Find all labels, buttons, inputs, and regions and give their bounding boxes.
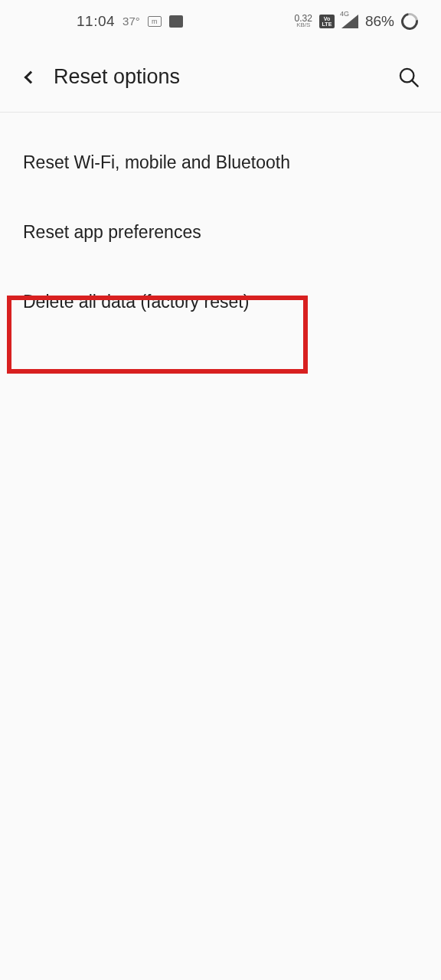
m-icon: m: [148, 16, 162, 27]
back-button[interactable]: [21, 68, 40, 87]
option-factory-reset[interactable]: Delete all data (factory reset): [0, 267, 441, 337]
search-icon: [398, 67, 420, 88]
signal-icon: 4G: [341, 15, 358, 28]
svg-line-1: [412, 80, 418, 87]
option-reset-wifi[interactable]: Reset Wi-Fi, mobile and Bluetooth: [0, 128, 441, 198]
kbs-label: KB/S: [296, 22, 310, 28]
option-label: Delete all data (factory reset): [23, 292, 249, 312]
volte-icon: Vo LTE: [319, 15, 335, 28]
option-label: Reset Wi-Fi, mobile and Bluetooth: [23, 152, 290, 172]
app-header: Reset options: [0, 42, 441, 113]
option-reset-app-prefs[interactable]: Reset app preferences: [0, 198, 441, 267]
chevron-left-icon: [24, 70, 38, 83]
status-time: 11:04: [77, 13, 115, 30]
status-bar: 11:04 37° m 0.32 KB/S Vo LTE 4G 86%: [0, 0, 441, 42]
status-right: 0.32 KB/S Vo LTE 4G 86%: [295, 13, 418, 30]
battery-percent: 86%: [365, 13, 394, 30]
picture-icon: [169, 15, 183, 28]
status-left: 11:04 37° m: [77, 13, 183, 30]
network-speed: 0.32 KB/S: [295, 15, 312, 28]
search-button[interactable]: [398, 67, 420, 88]
page-title: Reset options: [54, 65, 398, 89]
option-label: Reset app preferences: [23, 222, 201, 242]
status-temperature: 37°: [122, 15, 140, 28]
battery-ring-icon: [398, 9, 422, 33]
options-list: Reset Wi-Fi, mobile and Bluetooth Reset …: [0, 113, 441, 337]
